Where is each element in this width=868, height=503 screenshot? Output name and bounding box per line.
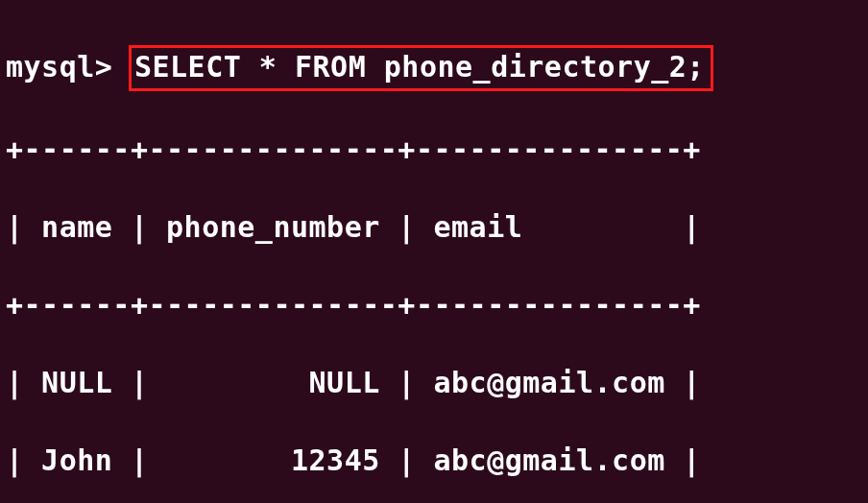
query-line: mysql> SELECT * FROM phone_directory_2;: [6, 45, 864, 92]
mysql-prompt: mysql>: [6, 50, 112, 84]
query-highlight: SELECT * FROM phone_directory_2;: [129, 45, 713, 92]
terminal[interactable]: mysql> SELECT * FROM phone_directory_2; …: [0, 0, 868, 503]
table-divider-top: +------+--------------+---------------+: [6, 131, 864, 170]
table-header: | name | phone_number | email |: [6, 208, 864, 248]
table-row: | NULL | NULL | abc@gmail.com |: [6, 364, 864, 403]
table-row: | John | 12345 | abc@gmail.com |: [6, 442, 864, 481]
table-divider-mid: +------+--------------+---------------+: [6, 286, 864, 325]
query-text: SELECT * FROM phone_directory_2;: [134, 50, 705, 84]
